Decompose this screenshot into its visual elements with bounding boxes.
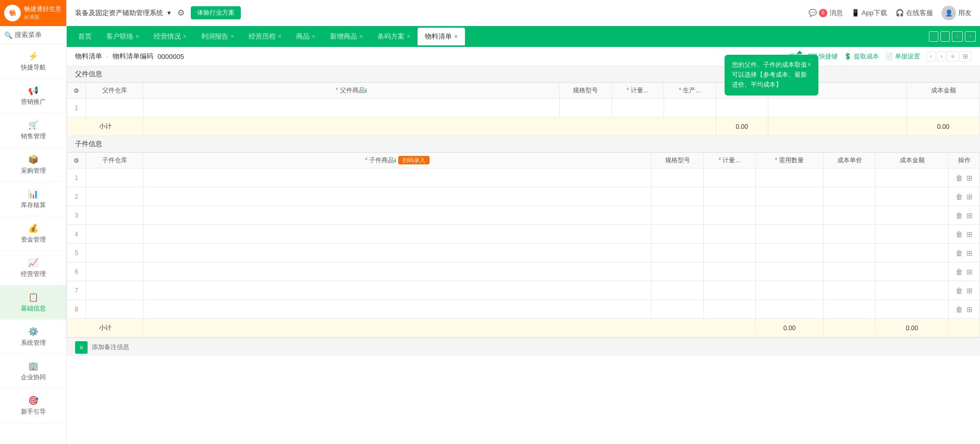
child-product-cell[interactable] (143, 300, 652, 319)
child-unit-cell[interactable] (704, 206, 756, 225)
child-unit-cell[interactable] (704, 187, 756, 206)
next-page-button[interactable]: › (937, 51, 946, 62)
child-amount-cell[interactable] (876, 281, 949, 300)
child-qty-cell[interactable] (756, 206, 824, 225)
tab-menu[interactable]: ≡ (952, 31, 963, 42)
prev-page-button[interactable]: ‹ (926, 51, 936, 62)
sidebar-item-inventory[interactable]: 📊 库存核算 (0, 182, 66, 217)
single-settings-button[interactable]: 📄 单据设置 (885, 52, 920, 61)
child-unit-cell[interactable] (704, 225, 756, 244)
copy-icon[interactable]: ⊞ (966, 305, 973, 314)
child-warehouse-cell[interactable] (86, 244, 143, 262)
child-spec-cell[interactable] (652, 281, 704, 300)
tab-operations-close[interactable]: × (183, 33, 187, 40)
tab-new-goods[interactable]: 新增商品 × (323, 28, 370, 45)
child-unit-price-cell[interactable] (824, 262, 876, 281)
child-warehouse-cell[interactable] (86, 281, 143, 300)
parent-cost-cell[interactable] (716, 99, 768, 117)
app-download-button[interactable]: 📱 App下载 (851, 8, 887, 18)
settings-icon[interactable]: ⚙ (177, 8, 185, 18)
child-spec-cell[interactable] (652, 225, 704, 244)
sidebar-item-enterprise[interactable]: 🏢 企业协同 (0, 354, 66, 389)
user-menu[interactable]: 👤 用友 (941, 6, 972, 20)
tab-barcode[interactable]: 条码方案 × (370, 28, 418, 45)
child-unit-price-cell[interactable] (824, 206, 876, 225)
child-warehouse-cell[interactable] (86, 300, 143, 319)
sidebar-item-operations[interactable]: 📈 经营管理 (0, 251, 66, 285)
sidebar-item-quicknav[interactable]: ⚡ 快捷导航 (0, 44, 66, 79)
child-spec-cell[interactable] (652, 300, 704, 319)
tab-scroll-right[interactable]: › (940, 31, 950, 42)
breadcrumb-bom[interactable]: 物料清单 (75, 52, 102, 61)
copy-icon[interactable]: ⊞ (966, 249, 973, 257)
delete-icon[interactable]: 🗑 (956, 211, 963, 220)
tab-scroll-left[interactable]: ‹ (929, 31, 938, 42)
tab-new-goods-close[interactable]: × (359, 33, 363, 40)
sidebar-item-finance[interactable]: 💰 资金管理 (0, 217, 66, 251)
tab-profit[interactable]: 利润报告 × (194, 28, 241, 45)
parent-spec-cell[interactable] (559, 99, 611, 117)
sidebar-item-purchase[interactable]: 📦 采购管理 (0, 148, 66, 182)
child-unit-cell[interactable] (704, 300, 756, 319)
copy-icon[interactable]: ⊞ (966, 211, 973, 220)
child-warehouse-cell[interactable] (86, 262, 143, 281)
child-qty-cell[interactable] (756, 300, 824, 319)
child-unit-price-cell[interactable] (824, 244, 876, 262)
child-spec-cell[interactable] (652, 244, 704, 262)
child-qty-cell[interactable] (756, 281, 824, 300)
scan-button[interactable]: 扫码录入 (398, 156, 430, 164)
tab-barcode-close[interactable]: × (407, 33, 410, 40)
child-unit-cell[interactable] (704, 262, 756, 281)
child-spec-cell[interactable] (652, 187, 704, 206)
tab-customer[interactable]: 客户联络 × (99, 28, 146, 45)
child-th-settings[interactable]: ⚙ (67, 153, 86, 169)
delete-icon[interactable]: 🗑 (956, 174, 963, 182)
child-spec-cell[interactable] (652, 169, 704, 187)
child-unit-price-cell[interactable] (824, 187, 876, 206)
tab-bom[interactable]: 物料清单 × (418, 28, 465, 45)
child-unit-price-cell[interactable] (824, 225, 876, 244)
child-amount-cell[interactable] (876, 262, 949, 281)
child-unit-cell[interactable] (704, 281, 756, 300)
copy-icon[interactable]: ⊞ (966, 174, 973, 182)
child-product-cell[interactable] (143, 262, 652, 281)
close-all-tabs[interactable]: × (965, 31, 976, 42)
tab-history[interactable]: 经营历程 × (241, 28, 289, 45)
child-product-cell[interactable] (143, 225, 652, 244)
copy-icon[interactable]: ⊞ (966, 230, 973, 238)
expand-button[interactable]: ⊞ (959, 51, 972, 62)
parent-unit-cell[interactable] (611, 99, 664, 117)
child-qty-cell[interactable] (756, 225, 824, 244)
tab-home[interactable]: 首页 (71, 28, 99, 45)
search-menu-item[interactable]: 🔍 搜索菜单 (0, 26, 66, 44)
child-warehouse-cell[interactable] (86, 206, 143, 225)
child-unit-cell[interactable] (704, 244, 756, 262)
list-view-button[interactable]: ≡ (947, 51, 958, 62)
online-service-button[interactable]: 🎧 在线客服 (896, 8, 933, 18)
parent-amount-cell[interactable] (907, 99, 980, 117)
child-unit-price-cell[interactable] (824, 300, 876, 319)
copy-icon[interactable]: ⊞ (966, 286, 973, 295)
delete-icon[interactable]: 🗑 (956, 286, 963, 295)
tab-customer-close[interactable]: × (136, 33, 139, 40)
child-amount-cell[interactable] (876, 300, 949, 319)
parent-production-cell[interactable] (664, 99, 716, 117)
parent-th-settings[interactable]: ⚙ (67, 83, 86, 99)
child-warehouse-cell[interactable] (86, 187, 143, 206)
sidebar-item-system[interactable]: ⚙️ 系统管理 (0, 320, 66, 354)
tab-bom-close[interactable]: × (454, 33, 458, 40)
child-amount-cell[interactable] (876, 206, 949, 225)
tooltip-close-button[interactable]: × (807, 60, 811, 70)
child-qty-cell[interactable] (756, 244, 824, 262)
copy-icon[interactable]: ⊞ (966, 193, 973, 201)
child-unit-price-cell[interactable] (824, 281, 876, 300)
copy-icon[interactable]: ⊞ (966, 268, 973, 276)
child-spec-cell[interactable] (652, 206, 704, 225)
child-warehouse-cell[interactable] (86, 169, 143, 187)
sidebar-item-newbie[interactable]: 🎯 新手引导 (0, 389, 66, 423)
child-qty-cell[interactable] (756, 169, 824, 187)
delete-icon[interactable]: 🗑 (956, 230, 963, 238)
parent-product-cell[interactable] (143, 99, 560, 117)
tab-goods-close[interactable]: × (312, 33, 315, 40)
delete-icon[interactable]: 🗑 (956, 249, 963, 257)
